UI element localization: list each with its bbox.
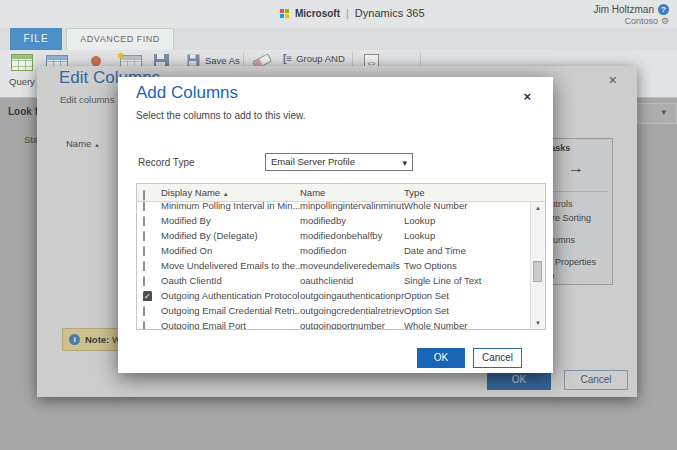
columns-table: Display Name ▲ Name Type Minimum Polling… (136, 183, 546, 330)
select-all-checkbox[interactable] (143, 190, 145, 201)
cell-display-name: Minimum Polling Interval in Min... (161, 202, 300, 211)
close-icon[interactable]: × (609, 72, 617, 88)
record-type-label: Record Type (138, 157, 195, 168)
row-checkbox[interactable] (143, 321, 145, 329)
name-column-header: Name (66, 138, 91, 149)
table-row[interactable]: Move Undelivered Emails to the... moveun… (137, 258, 530, 273)
move-right-icon[interactable]: → (568, 159, 584, 177)
cell-type: Whole Number (404, 202, 530, 211)
add-columns-ok-button[interactable]: OK (417, 348, 465, 368)
row-checkbox[interactable] (143, 202, 145, 211)
brand-divider: | (346, 7, 349, 19)
query-button[interactable] (11, 54, 33, 71)
row-checkbox[interactable] (143, 261, 145, 271)
advanced-find-window: Microsoft | Dynamics 365 Jim Holtzman ? … (0, 0, 677, 450)
type-header[interactable]: Type (404, 187, 545, 198)
table-row[interactable]: Modified By modifiedby Lookup (137, 213, 530, 228)
group-and-icon: [≡ (283, 53, 292, 64)
row-checkbox[interactable] (143, 306, 145, 316)
chevron-down-icon: ▾ (661, 107, 666, 117)
tab-advanced-find[interactable]: ADVANCED FIND (66, 28, 174, 50)
table-row[interactable]: Modified On modifiedon Date and Time (137, 243, 530, 258)
query-collapse-bar[interactable]: ▾ (637, 103, 677, 124)
row-checkbox[interactable]: ✓ (143, 291, 152, 301)
row-checkbox[interactable] (143, 276, 145, 286)
clear-button[interactable] (253, 57, 271, 66)
brand-product: Dynamics 365 (355, 7, 425, 19)
query-label: Query (9, 76, 35, 87)
edit-columns-ok-button[interactable]: OK (487, 370, 551, 390)
columns-list-header[interactable]: Name ▲ (66, 138, 100, 149)
display-name-header[interactable]: Display Name ▲ (161, 187, 300, 198)
record-type-select[interactable]: Email Server Profile ▾ (265, 153, 413, 171)
brand-microsoft: Microsoft (295, 8, 340, 19)
edit-columns-subtitle: Edit columns (60, 94, 114, 105)
cell-name: modifiedon (300, 245, 404, 256)
cell-type: Lookup (404, 230, 530, 241)
table-row[interactable]: Outgoing Email Port outgoingportnumber W… (137, 318, 530, 329)
cell-name: outgoingcredentialretrieval (300, 305, 404, 316)
save-as-label: Save As (205, 55, 240, 66)
columns-table-body: Minimum Polling Interval in Min... minpo… (137, 202, 530, 329)
add-columns-dialog: Add Columns × Select the columns to add … (118, 77, 553, 373)
cell-type: Two Options (404, 260, 530, 271)
table-row[interactable]: Oauth ClientId oauthclientid Single Line… (137, 273, 530, 288)
group-and-button[interactable]: [≡ Group AND (283, 53, 345, 64)
close-icon[interactable]: × (523, 89, 531, 104)
save-as-icon (188, 55, 200, 67)
table-row[interactable]: Minimum Polling Interval in Min... minpo… (137, 202, 530, 213)
cell-name: outgoingportnumber (300, 320, 404, 329)
results-button[interactable] (91, 56, 101, 66)
cell-display-name: Move Undelivered Emails to the... (161, 260, 300, 271)
scrollbar-thumb[interactable] (533, 261, 542, 282)
sparkle-icon: ✱ (117, 51, 125, 61)
scroll-up-icon[interactable]: ▲ (531, 205, 545, 211)
add-columns-title: Add Columns (136, 83, 238, 103)
row-checkbox[interactable] (143, 231, 145, 241)
add-columns-subtitle: Select the columns to add to this view. (136, 110, 306, 121)
cell-display-name: Outgoing Email Credential Retri... (161, 305, 300, 316)
row-checkbox[interactable] (143, 216, 145, 226)
add-columns-cancel-button[interactable]: Cancel (473, 348, 522, 368)
cell-name: modifiedby (300, 215, 404, 226)
info-icon: i (69, 334, 80, 345)
help-icon[interactable]: ? (658, 4, 669, 15)
cell-display-name: Modified By (Delegate) (161, 230, 300, 241)
microsoft-logo-icon (280, 9, 289, 18)
table-row[interactable]: ✓ Outgoing Authentication Protocol outgo… (137, 288, 530, 303)
query-icon (11, 54, 33, 71)
user-name[interactable]: Jim Holtzman (593, 4, 654, 15)
sort-asc-icon: ▲ (94, 142, 100, 148)
chevron-down-icon: ▾ (402, 155, 407, 171)
cell-display-name: Modified On (161, 245, 300, 256)
cell-name: modifiedonbehalfby (300, 230, 404, 241)
top-bar: Microsoft | Dynamics 365 Jim Holtzman ? … (0, 0, 677, 28)
cell-type: Whole Number (404, 320, 530, 329)
gear-icon[interactable]: ⚙ (661, 17, 669, 26)
table-scrollbar[interactable]: ▲ ▼ (530, 202, 545, 329)
cell-display-name: Outgoing Authentication Protocol (161, 290, 300, 301)
tab-file[interactable]: FILE (10, 28, 62, 50)
org-name[interactable]: Contoso (624, 16, 658, 26)
row-checkbox[interactable] (143, 246, 145, 256)
table-row[interactable]: Modified By (Delegate) modifiedonbehalfb… (137, 228, 530, 243)
cell-name: minpollingintervalinminutes (300, 202, 404, 211)
edit-columns-cancel-button[interactable]: Cancel (564, 370, 628, 390)
scroll-down-icon[interactable]: ▼ (531, 320, 545, 326)
cell-type: Date and Time (404, 245, 530, 256)
note-label: Note: (85, 334, 109, 345)
table-row[interactable]: Outgoing Email Credential Retri... outgo… (137, 303, 530, 318)
name-header[interactable]: Name (300, 187, 404, 198)
cell-name: outgoingauthenticationpr... (300, 290, 404, 301)
cell-name: moveundeliveredemails (300, 260, 404, 271)
sort-asc-icon: ▲ (223, 191, 229, 197)
cell-display-name: Modified By (161, 215, 300, 226)
brand: Microsoft | Dynamics 365 (280, 7, 425, 19)
columns-table-header: Display Name ▲ Name Type (137, 184, 545, 202)
cell-type: Option Set (404, 290, 530, 301)
cell-type: Lookup (404, 215, 530, 226)
record-type-value: Email Server Profile (271, 156, 355, 167)
ribbon-tab-row: FILE ADVANCED FIND (0, 28, 677, 50)
cell-display-name: Oauth ClientId (161, 275, 300, 286)
cell-type: Single Line of Text (404, 275, 530, 286)
